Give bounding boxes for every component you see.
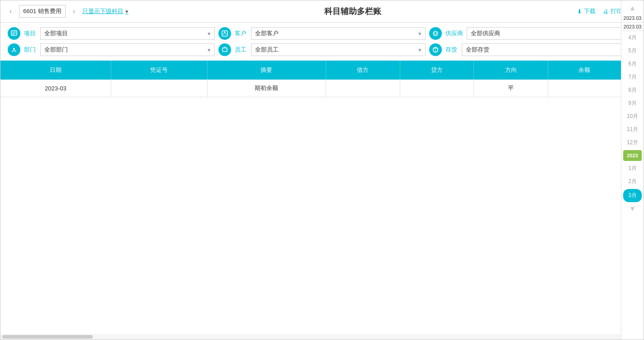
print-icon: 🖨 (603, 8, 609, 15)
ledger-table: 日期 凭证号 摘要 借方 贷方 方向 余额 2023-03 期初余额 平 (0, 61, 621, 97)
project-label: 项目 (24, 29, 37, 38)
month-sidebar: ▲ 2023.03 2023.03 4月 5月 6月 7月 8月 9月 10月 … (621, 0, 644, 340)
filters-panel: 项目 全部项目 ▾ 客户 全部客户 ▾ 供应商 全部供应商 (0, 23, 644, 61)
show-sub-arrow-icon: ▾ (125, 8, 128, 15)
sidebar-month-2[interactable]: 2月 (621, 175, 644, 188)
col-direction: 方向 (474, 61, 548, 80)
download-label: 下载 (584, 7, 596, 15)
sidebar-month-4[interactable]: 4月 (621, 31, 644, 44)
cell-credit (400, 80, 474, 97)
sidebar-up-button[interactable]: ▲ (627, 2, 638, 14)
supplier-value: 全部供应商 (471, 29, 500, 38)
table-container: 日期 凭证号 摘要 借方 贷方 方向 余额 2023-03 期初余额 平 (0, 61, 621, 97)
sidebar-year-label: 2023 (623, 150, 642, 161)
employee-filter[interactable]: 全部员工 ▾ (251, 43, 426, 56)
sidebar-month-1[interactable]: 1月 (621, 162, 644, 175)
next-account-button[interactable]: › (71, 6, 77, 16)
col-debit: 借方 (326, 61, 400, 80)
sidebar-month-10[interactable]: 10月 (621, 110, 644, 123)
inventory-filter[interactable]: 全部存货 ▾ (462, 43, 636, 56)
supplier-filter[interactable]: 全部供应商 ▾ (467, 27, 636, 40)
show-sub-label: 只显示下级科目 (82, 7, 123, 15)
employee-label: 员工 (235, 46, 247, 54)
sidebar-month-5[interactable]: 5月 (621, 44, 644, 57)
cell-voucher (111, 80, 207, 97)
employee-icon (218, 43, 231, 56)
inventory-label: 存货 (445, 46, 458, 54)
sidebar-selected-2[interactable]: 2023.03 (621, 23, 644, 31)
account-code: 6601 销售费用 (19, 5, 66, 18)
print-button[interactable]: 🖨 打印 (603, 7, 622, 15)
sidebar-selected-1[interactable]: 2023.03 (621, 14, 644, 23)
customer-icon (218, 27, 231, 40)
svg-point-5 (224, 32, 226, 33)
department-label: 部门 (24, 46, 37, 54)
sidebar-month-7[interactable]: 7月 (621, 71, 644, 84)
department-icon (8, 43, 20, 56)
project-row: 项目 全部项目 ▾ (8, 27, 215, 40)
table-header-row: 日期 凭证号 摘要 借方 贷方 方向 余额 (0, 61, 621, 80)
department-arrow-icon: ▾ (208, 47, 211, 53)
inventory-value: 全部存货 (466, 46, 489, 54)
inventory-icon (429, 43, 442, 56)
svg-point-9 (13, 48, 15, 50)
header: ‹ 6601 销售费用 › 只显示下级科目 ▾ 科目辅助多栏账 ⬇ 下载 🖨 打… (0, 0, 644, 23)
main-window: ‹ 6601 销售费用 › 只显示下级科目 ▾ 科目辅助多栏账 ⬇ 下载 🖨 打… (0, 0, 644, 340)
sidebar-month-12[interactable]: 12月 (621, 136, 644, 149)
department-value: 全部部门 (44, 46, 68, 54)
horizontal-scrollbar[interactable] (0, 334, 621, 340)
col-credit: 贷方 (400, 61, 474, 80)
show-sub-button[interactable]: 只显示下级科目 ▾ (82, 7, 128, 15)
employee-row: 员工 全部员工 ▾ (218, 43, 426, 56)
project-value: 全部项目 (44, 29, 68, 38)
project-icon (8, 27, 20, 40)
department-row: 部门 全部部门 ▾ (8, 43, 215, 56)
project-filter[interactable]: 全部项目 ▾ (40, 27, 215, 40)
employee-value: 全部员工 (255, 46, 279, 54)
department-filter[interactable]: 全部部门 ▾ (40, 43, 215, 56)
cell-debit (326, 80, 400, 97)
sidebar-month-3-active[interactable]: 3月 (623, 189, 642, 202)
col-balance: 余额 (548, 61, 621, 80)
sidebar-month-8[interactable]: 8月 (621, 84, 644, 97)
svg-rect-10 (223, 48, 227, 52)
customer-value: 全部客户 (255, 29, 279, 38)
customer-row: 客户 全部客户 ▾ (218, 27, 426, 40)
sidebar-month-6[interactable]: 6月 (621, 57, 644, 71)
cell-date: 2023-03 (0, 80, 111, 97)
cell-balance (548, 80, 621, 97)
sidebar-month-11[interactable]: 11月 (621, 123, 644, 136)
page-title: 科目辅助多栏账 (134, 6, 572, 17)
scrollbar-thumb[interactable] (2, 335, 93, 339)
customer-arrow-icon: ▾ (418, 30, 421, 37)
employee-arrow-icon: ▾ (418, 47, 421, 53)
project-arrow-icon: ▾ (208, 30, 211, 37)
inventory-row: 存货 全部存货 ▾ (429, 43, 636, 56)
supplier-label: 供应商 (445, 29, 463, 38)
cell-summary: 期初余额 (207, 80, 326, 97)
sidebar-month-9[interactable]: 9月 (621, 97, 644, 110)
svg-point-8 (436, 33, 437, 33)
col-summary: 摘要 (207, 61, 326, 80)
cell-direction: 平 (474, 80, 548, 97)
col-voucher: 凭证号 (111, 61, 207, 80)
customer-filter[interactable]: 全部客户 ▾ (251, 27, 426, 40)
col-date: 日期 (0, 61, 111, 80)
supplier-row: 供应商 全部供应商 ▾ (429, 27, 636, 40)
download-button[interactable]: ⬇ 下载 (577, 7, 596, 15)
sidebar-down-button[interactable]: ▼ (627, 203, 638, 215)
supplier-icon (429, 27, 442, 40)
svg-point-7 (434, 33, 435, 33)
download-icon: ⬇ (577, 8, 582, 15)
svg-point-6 (433, 31, 438, 36)
table-row: 2023-03 期初余额 平 (0, 80, 621, 97)
customer-label: 客户 (235, 29, 247, 38)
prev-account-button[interactable]: ‹ (8, 6, 14, 16)
toolbar-right: ⬇ 下载 🖨 打印 (577, 7, 622, 15)
